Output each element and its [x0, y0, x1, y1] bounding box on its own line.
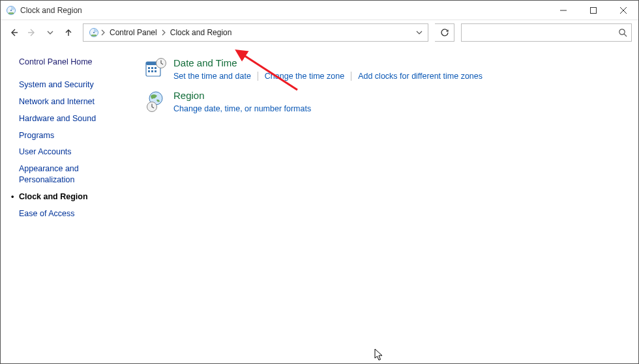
- link-divider: [258, 72, 258, 81]
- link-set-the-time-and-date[interactable]: Set the time and date: [173, 72, 251, 81]
- svg-rect-14: [151, 70, 153, 72]
- category-title-date-and-time[interactable]: Date and Time: [173, 57, 483, 70]
- svg-rect-2: [8, 12, 14, 14]
- titlebar: Clock and Region: [1, 1, 638, 20]
- sidebar-item-appearance-and-personalization[interactable]: Appearance and Personalization: [19, 163, 110, 186]
- category-region: Region Change date, time, or number form…: [145, 90, 625, 113]
- svg-rect-10: [148, 67, 150, 69]
- svg-rect-3: [591, 7, 597, 13]
- sidebar-item-ease-of-access[interactable]: Ease of Access: [19, 208, 134, 219]
- window-title: Clock and Region: [20, 6, 82, 15]
- breadcrumb-label: Clock and Region: [170, 28, 232, 37]
- maximize-button[interactable]: [578, 1, 608, 20]
- address-root-icon[interactable]: [86, 24, 99, 41]
- window-frame: Clock and Region: [0, 0, 639, 364]
- recent-locations-button[interactable]: [42, 25, 58, 40]
- sidebar-item-system-and-security[interactable]: System and Security: [19, 79, 134, 91]
- back-button[interactable]: [6, 25, 22, 40]
- sidebar-item-user-accounts[interactable]: User Accounts: [19, 147, 134, 158]
- sidebar-home[interactable]: Control Panel Home: [19, 57, 134, 68]
- region-icon: [145, 90, 167, 112]
- svg-rect-12: [155, 67, 156, 69]
- control-panel-icon: [6, 5, 16, 16]
- search-input[interactable]: [467, 27, 618, 38]
- toolbar: Control Panel Clock and Region: [1, 20, 638, 45]
- sidebar-item-hardware-and-sound[interactable]: Hardware and Sound: [19, 113, 134, 124]
- svg-point-7: [619, 29, 625, 35]
- category-title-region[interactable]: Region: [173, 90, 311, 102]
- svg-rect-13: [148, 70, 150, 72]
- search-box[interactable]: [461, 23, 632, 42]
- svg-point-1: [10, 9, 12, 10]
- svg-rect-6: [91, 35, 97, 36]
- svg-rect-15: [155, 70, 156, 72]
- sidebar-item-network-and-internet[interactable]: Network and Internet: [19, 96, 134, 107]
- sidebar-item-programs[interactable]: Programs: [19, 130, 134, 141]
- up-button[interactable]: [61, 25, 76, 40]
- category-links: Change date, time, or number formats: [173, 104, 311, 113]
- svg-point-5: [93, 32, 95, 33]
- minimize-button[interactable]: [548, 1, 578, 20]
- link-change-the-time-zone[interactable]: Change the time zone: [265, 72, 344, 81]
- breadcrumb-label: Control Panel: [110, 28, 157, 37]
- address-dropdown-button[interactable]: [412, 29, 426, 36]
- chevron-right-icon[interactable]: [99, 29, 107, 36]
- body: Control Panel Home System and Security N…: [1, 45, 638, 363]
- address-bar[interactable]: Control Panel Clock and Region: [83, 23, 428, 42]
- svg-rect-11: [151, 67, 153, 69]
- search-icon[interactable]: [618, 28, 627, 37]
- chevron-right-icon[interactable]: [160, 29, 168, 36]
- category-date-and-time: Date and Time Set the time and date Chan…: [145, 57, 625, 81]
- link-add-clocks-for-different-time-zones[interactable]: Add clocks for different time zones: [358, 72, 483, 81]
- link-change-date-time-or-number-formats[interactable]: Change date, time, or number formats: [173, 104, 311, 113]
- refresh-button[interactable]: [435, 23, 454, 42]
- category-links: Set the time and date Change the time zo…: [173, 72, 483, 81]
- forward-button[interactable]: [24, 25, 40, 40]
- sidebar: Control Panel Home System and Security N…: [1, 45, 134, 363]
- sidebar-item-clock-and-region[interactable]: Clock and Region: [19, 191, 134, 203]
- link-divider: [351, 72, 351, 81]
- breadcrumb-control-panel[interactable]: Control Panel: [107, 24, 160, 41]
- content: Date and Time Set the time and date Chan…: [134, 45, 638, 363]
- close-button[interactable]: [608, 1, 638, 20]
- date-and-time-icon: [145, 57, 167, 79]
- breadcrumb-clock-and-region[interactable]: Clock and Region: [168, 24, 235, 41]
